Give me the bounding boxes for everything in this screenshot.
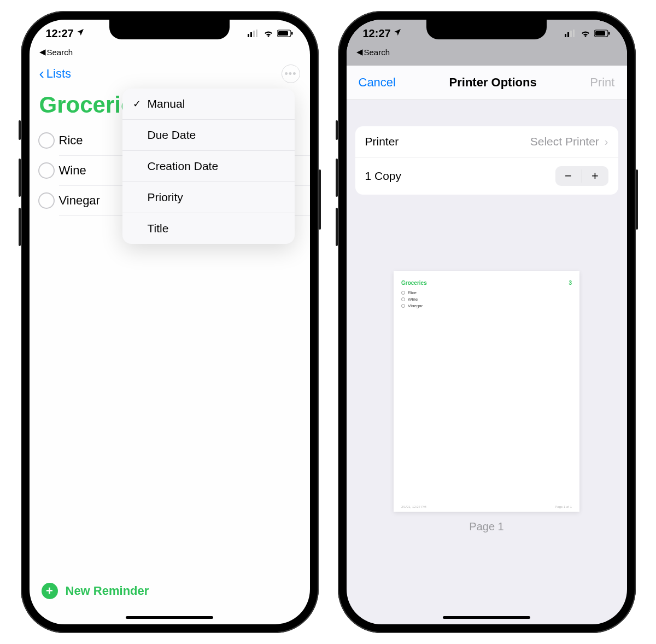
svg-rect-10 [573, 30, 575, 37]
notch [426, 20, 547, 39]
location-icon [76, 28, 85, 39]
page-indicator: Page 1 [347, 520, 627, 533]
screen-reminders: 12:27 ◀ Search ‹ Lists ••• Gro [30, 20, 310, 624]
back-to-search[interactable]: ◀ Search [347, 47, 627, 61]
back-caret-icon: ◀ [356, 47, 363, 57]
svg-rect-1 [250, 32, 252, 37]
notch [109, 20, 230, 39]
back-caret-icon: ◀ [39, 47, 46, 57]
copies-stepper: − + [555, 166, 608, 186]
battery-icon [277, 30, 294, 37]
location-icon [393, 28, 402, 39]
print-preview-page[interactable]: Groceries 3 Rice Wine Vinegar 2/1/21, 12… [394, 271, 579, 512]
svg-rect-12 [595, 31, 605, 36]
svg-rect-6 [291, 32, 293, 35]
back-to-search[interactable]: ◀ Search [30, 47, 310, 60]
preview-footer-right: Page 1 of 1 [555, 505, 572, 508]
sort-menu: ✓ Manual Due Date Creation Date Priority… [122, 89, 295, 244]
svg-rect-3 [256, 30, 257, 37]
svg-rect-2 [253, 31, 255, 37]
svg-rect-5 [278, 31, 288, 36]
preview-item: Rice [401, 290, 572, 295]
more-button[interactable]: ••• [282, 65, 300, 83]
preview-item: Vinegar [401, 303, 572, 308]
status-time: 12:27 [363, 27, 391, 40]
preview-count: 3 [569, 280, 572, 286]
svg-rect-13 [608, 32, 610, 35]
print-button[interactable]: Print [590, 75, 614, 90]
print-options-title: Printer Options [449, 75, 537, 90]
status-time: 12:27 [46, 27, 74, 40]
print-settings-group: Printer Select Printer › 1 Copy − + [355, 126, 618, 195]
preview-footer-left: 2/1/21, 12:27 PM [401, 505, 426, 508]
sort-option-manual[interactable]: ✓ Manual [122, 89, 295, 120]
stepper-plus-button[interactable]: + [582, 166, 608, 186]
nav-bar: ‹ Lists ••• [30, 60, 310, 89]
new-reminder-button[interactable]: + New Reminder [30, 574, 310, 608]
plus-circle-icon: + [42, 583, 58, 599]
wifi-icon [263, 30, 274, 37]
printer-value: Select Printer [530, 135, 599, 148]
phone-right: 12:27 ◀ Search Cancel Printer Options P [338, 11, 636, 633]
svg-rect-0 [248, 34, 249, 37]
sort-option-priority[interactable]: Priority [122, 182, 295, 213]
status-icons [248, 30, 294, 37]
sort-option-title[interactable]: Title [122, 213, 295, 244]
copies-row: 1 Copy − + [355, 157, 618, 195]
status-icons [565, 30, 611, 37]
print-nav: Cancel Printer Options Print [347, 66, 627, 100]
chevron-right-icon: › [605, 136, 608, 148]
cancel-button[interactable]: Cancel [359, 75, 396, 90]
sort-option-due-date[interactable]: Due Date [122, 120, 295, 151]
home-indicator[interactable] [126, 616, 213, 619]
sort-option-creation-date[interactable]: Creation Date [122, 151, 295, 182]
svg-rect-9 [570, 31, 572, 37]
chevron-left-icon: ‹ [39, 66, 44, 81]
ellipsis-icon: ••• [285, 68, 297, 80]
home-indicator[interactable] [443, 616, 530, 619]
screen-print-options: 12:27 ◀ Search Cancel Printer Options P [347, 20, 627, 624]
svg-rect-7 [565, 34, 566, 37]
phone-left: 12:27 ◀ Search ‹ Lists ••• Gro [21, 11, 319, 633]
preview-item: Wine [401, 297, 572, 302]
nav-back-lists[interactable]: ‹ Lists [39, 66, 72, 81]
checkmark-icon: ✓ [132, 98, 142, 110]
printer-row[interactable]: Printer Select Printer › [355, 126, 618, 157]
stepper-minus-button[interactable]: − [555, 166, 582, 186]
svg-rect-8 [567, 32, 569, 37]
preview-list-title: Groceries [401, 280, 427, 286]
